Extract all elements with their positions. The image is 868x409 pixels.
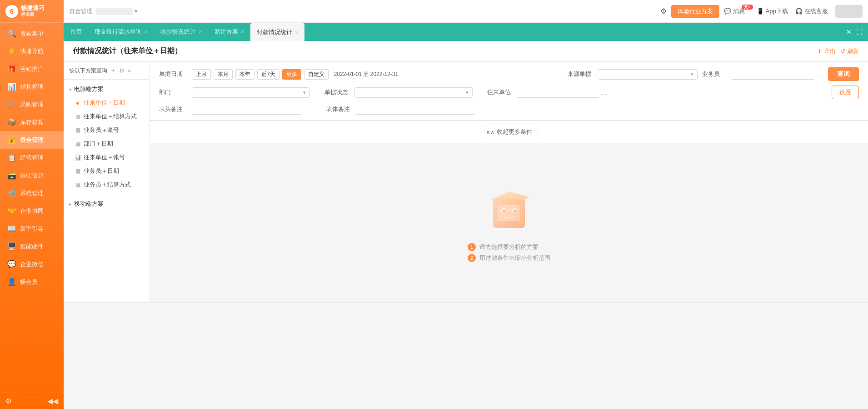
tab-expand-button[interactable]: ⛶ xyxy=(856,28,863,35)
table-icon: ▦ xyxy=(75,113,81,120)
settings-button[interactable]: 设置 xyxy=(832,86,859,99)
date-btn-this-month[interactable]: 本月 xyxy=(214,69,233,80)
sidebar-item-cooperation[interactable]: 🤝 企业协同 xyxy=(0,202,64,220)
sidebar-settings-button[interactable]: ⚙ xyxy=(5,397,12,405)
scheme-group-desktop-header[interactable]: ▾ 电脑端方案 xyxy=(64,82,150,96)
filter-row-1: 单据日期 上月 本月 本年 近7天 更多 自定义 2022-01-01 至 20… xyxy=(159,67,859,81)
source-filter-group: 来源单据 ▾ 业务员 ... 查询 xyxy=(568,67,859,81)
sidebar-item-search[interactable]: 🔍 搜索菜单 xyxy=(0,25,64,42)
scheme-collapse-button[interactable]: « xyxy=(128,67,131,74)
sidebar-item-guide[interactable]: 📖 新手引导 xyxy=(0,220,64,237)
member-icon: 👤 xyxy=(7,278,16,286)
collapse-button[interactable]: ∧∧ 收起更多条件 xyxy=(480,125,538,139)
empty-line-1: 1 请先选择要分析的方案 xyxy=(468,243,550,251)
scheme-item-staff-settle[interactable]: ▦ 业务员＋结算方式 xyxy=(64,178,150,192)
sidebar-item-label: 营销推广 xyxy=(20,65,44,73)
scheme-item-partner-date[interactable]: ● 往来单位＋日期 xyxy=(64,96,150,110)
export-button[interactable]: ⬇ 导出 xyxy=(817,47,836,56)
try-industry-button[interactable]: 体验行业方案 xyxy=(671,5,719,18)
empty-svg xyxy=(482,182,536,232)
purchase-icon: 🛒 xyxy=(7,100,16,109)
sidebar-item-operations[interactable]: 📋 经营管理 xyxy=(0,149,64,167)
svg-point-6 xyxy=(514,210,516,212)
tab-payment-label: 付款情况统计 xyxy=(257,28,292,36)
operations-icon: 📋 xyxy=(7,153,16,162)
tab-payment-close[interactable]: × xyxy=(295,29,298,35)
sidebar-item-inventory[interactable]: 📦 库存核算 xyxy=(0,113,64,131)
refresh-button[interactable]: ↺ 刷新 xyxy=(840,47,859,56)
scheme-item-dept-date[interactable]: ▦ 部门＋日期 xyxy=(64,137,150,151)
date-buttons-group: 上月 本月 本年 近7天 更多 自定义 2022-01-01 至 2022-12… xyxy=(192,69,398,80)
tab-close-all-button[interactable]: ✕ xyxy=(846,28,852,35)
scheme-settings-button[interactable]: ⚙ xyxy=(119,67,125,74)
date-btn-last-month[interactable]: 上月 xyxy=(192,69,211,80)
scheme-add-button[interactable]: ＋ xyxy=(110,66,116,75)
status-select[interactable]: ▾ xyxy=(354,87,473,98)
online-service-button[interactable]: 🎧 在线客服 xyxy=(795,7,828,15)
sidebar-item-basic[interactable]: 🗃️ 基础信息 xyxy=(0,167,64,184)
status-filter-label: 单据状态 xyxy=(324,88,350,96)
scheme-group-mobile-header[interactable]: ▸ 移动端方案 xyxy=(64,197,150,211)
finance-icon: 💰 xyxy=(7,136,16,144)
sidebar-item-member[interactable]: 👤 畅会员 xyxy=(0,273,64,291)
logo-name: 畅捷通巧 xyxy=(21,5,45,12)
sidebar-item-finance[interactable]: 💰 资金管理 xyxy=(0,131,64,149)
scheme-item-partner-account[interactable]: 📊 往来单位＋账号 xyxy=(64,151,150,164)
date-btn-custom[interactable]: 自定义 xyxy=(304,69,329,80)
tab-home[interactable]: 首页 xyxy=(64,23,88,41)
sidebar-item-label: 新手引导 xyxy=(20,225,44,233)
note2-filter-group: 表体备注 xyxy=(326,104,474,115)
sidebar-item-hardware[interactable]: 🖥️ 智能硬件 xyxy=(0,237,64,255)
sidebar-item-sales[interactable]: 📊 销售管理 xyxy=(0,78,64,96)
dept-select[interactable]: ▾ xyxy=(192,87,310,98)
topbar-settings-icon[interactable]: ⚙ xyxy=(660,7,667,15)
guide-icon: 📖 xyxy=(7,224,16,233)
breadcrumb: 资金管理 ▾ xyxy=(69,7,656,15)
tab-receipt-close[interactable]: × xyxy=(199,29,202,35)
tab-payment[interactable]: 付款情况统计 × xyxy=(250,23,304,41)
tab-bank-close[interactable]: × xyxy=(145,29,148,35)
tab-receipt-label: 收款情况统计 xyxy=(160,28,196,36)
tab-new-scheme[interactable]: 新建方案 × xyxy=(208,23,250,41)
sidebar-item-label: 经营管理 xyxy=(20,154,44,162)
scheme-item-staff-account[interactable]: ▦ 业务员＋账号 xyxy=(64,123,150,137)
tab-receipt[interactable]: 收款情况统计 × xyxy=(154,23,208,41)
date-btn-more[interactable]: 更多 xyxy=(282,69,301,80)
sidebar-item-weixin[interactable]: 💬 企业微信 xyxy=(0,255,64,273)
date-range-display: 2022-01-01 至 2022-12-31 xyxy=(334,71,398,78)
partner-input[interactable] xyxy=(517,87,599,98)
scheme-item-partner-settle[interactable]: ▦ 往来单位＋结算方式 xyxy=(64,110,150,123)
circle-icon: ● xyxy=(75,99,81,106)
tab-new-scheme-close[interactable]: × xyxy=(241,29,244,35)
scheme-item-label: 往来单位＋结算方式 xyxy=(84,112,137,121)
notifications-button[interactable]: 💬 消息 99+ xyxy=(724,7,749,15)
sidebar-item-system[interactable]: ⚙️ 系统管理 xyxy=(0,184,64,202)
chevron-down-icon[interactable]: ▾ xyxy=(135,8,138,15)
partner-dots[interactable]: ... xyxy=(601,89,609,96)
sidebar-item-label: 资金管理 xyxy=(20,136,44,144)
cooperation-icon: 🤝 xyxy=(7,207,16,215)
sidebar-item-shortcut[interactable]: ⚡ 快捷导航 xyxy=(0,42,64,60)
note1-input[interactable] xyxy=(192,104,301,115)
source-select[interactable]: ▾ xyxy=(598,69,698,80)
avatar xyxy=(835,5,863,18)
query-button[interactable]: 查询 xyxy=(828,67,859,81)
sidebar-item-label: 智能硬件 xyxy=(20,242,44,251)
partner-filter-label: 往来单位 xyxy=(487,88,513,96)
sidebar-collapse-button[interactable]: ◀◀ xyxy=(47,397,58,405)
business-dots[interactable]: ... xyxy=(816,71,823,78)
note2-input[interactable] xyxy=(356,104,474,115)
business-input[interactable] xyxy=(732,69,814,80)
sidebar-item-marketing[interactable]: 🎁 营销推广 xyxy=(0,60,64,78)
tab-bank[interactable]: 现金银行流水查询 × xyxy=(88,23,154,41)
date-filter-label: 单据日期 xyxy=(159,70,185,78)
app-download-button[interactable]: 📱 App下载 xyxy=(757,7,788,15)
date-btn-last-7days[interactable]: 近7天 xyxy=(257,69,279,80)
date-btn-this-year[interactable]: 本年 xyxy=(235,69,254,80)
page-header: 付款情况统计（往来单位＋日期） ⬇ 导出 ↺ 刷新 xyxy=(64,41,868,62)
sidebar-item-purchase[interactable]: 🛒 采购管理 xyxy=(0,96,64,113)
note2-filter-label: 表体备注 xyxy=(326,105,352,113)
tab-home-label: 首页 xyxy=(70,28,82,36)
scheme-item-staff-date[interactable]: ▦ 业务员＋日期 xyxy=(64,164,150,178)
app-download-label: App下载 xyxy=(766,7,788,15)
